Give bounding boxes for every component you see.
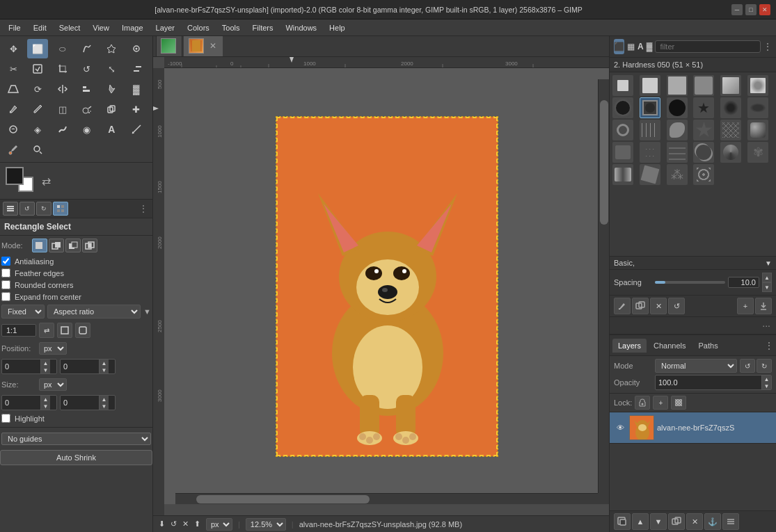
h-scroll-thumb[interactable] xyxy=(196,495,370,503)
close-button[interactable]: ✕ xyxy=(759,4,770,15)
brush-delete-btn[interactable]: ✕ xyxy=(650,298,667,314)
tool-fuzzy-select[interactable] xyxy=(101,39,122,58)
layer-new-btn[interactable] xyxy=(614,513,631,530)
menu-help[interactable]: Help xyxy=(324,22,351,33)
brush-export-btn[interactable] xyxy=(755,298,772,314)
brush-item-11[interactable] xyxy=(720,97,741,118)
menu-filters[interactable]: Filters xyxy=(247,22,279,33)
brush-item-2[interactable] xyxy=(640,75,660,96)
position-x-down-btn[interactable]: ▼ xyxy=(40,366,50,373)
tool-color-picker[interactable] xyxy=(3,140,24,159)
tab-close-icon[interactable]: ✕ xyxy=(209,42,216,50)
tool-blend[interactable]: ▓ xyxy=(126,79,147,99)
menu-windows[interactable]: Windows xyxy=(280,22,322,33)
tool-pencil[interactable] xyxy=(3,99,24,119)
mode-replace-btn[interactable] xyxy=(32,239,47,252)
expand-center-checkbox[interactable] xyxy=(1,292,10,301)
status-download-icon[interactable]: ⬇ xyxy=(159,519,165,529)
highlight-checkbox[interactable] xyxy=(1,414,10,423)
canvas-viewport[interactable] xyxy=(164,68,609,504)
tool-foreground-select[interactable] xyxy=(27,59,48,79)
tool-ellipse-select[interactable]: ⬭ xyxy=(52,39,73,58)
feather-edges-checkbox[interactable] xyxy=(1,268,10,277)
mode-intersect-btn[interactable] xyxy=(82,239,97,252)
brush-item-6[interactable] xyxy=(747,75,768,96)
brush-item-14[interactable] xyxy=(640,120,660,140)
position-y-down-btn[interactable]: ▼ xyxy=(99,366,109,373)
basic-dropdown-btn[interactable]: ▼ xyxy=(765,259,772,267)
menu-layer[interactable]: Layer xyxy=(150,22,181,33)
mode-add-btn[interactable] xyxy=(49,239,64,252)
spacing-down-btn[interactable]: ▼ xyxy=(762,282,772,292)
tool-convolve[interactable]: ◉ xyxy=(77,120,97,139)
panel-collapse-btn[interactable]: ··· xyxy=(761,319,772,332)
tool-align[interactable] xyxy=(77,79,97,99)
brush-item-25[interactable] xyxy=(612,164,633,185)
brush-item-12[interactable] xyxy=(747,97,768,118)
status-rotate-icon[interactable]: ↺ xyxy=(171,519,177,529)
tool-options-redo-icon[interactable]: ↻ xyxy=(36,202,52,216)
ratio-input[interactable] xyxy=(1,324,36,337)
tool-shear[interactable] xyxy=(126,59,147,79)
opacity-input[interactable] xyxy=(656,378,761,387)
menu-tools[interactable]: Tools xyxy=(216,22,246,33)
position-unit-select[interactable]: px % mm xyxy=(39,342,67,355)
ratio-reset-icon[interactable] xyxy=(57,323,72,338)
channels-tab[interactable]: Channels xyxy=(648,339,691,353)
brush-item-21[interactable] xyxy=(667,142,688,163)
status-unit-select[interactable]: px xyxy=(206,518,232,531)
layer-mode-prev-btn[interactable]: ↺ xyxy=(740,359,755,373)
canvas-tab-2[interactable]: ✕ xyxy=(184,36,223,56)
ratio-swap-icon[interactable]: ⇄ xyxy=(39,323,54,338)
aspect-ratio-select[interactable]: Aspect ratio Size xyxy=(47,305,141,319)
tool-bucket-fill[interactable] xyxy=(101,79,122,99)
status-delete-icon[interactable]: ✕ xyxy=(182,519,189,529)
position-y-input[interactable] xyxy=(61,362,99,371)
tool-flip[interactable] xyxy=(52,79,73,99)
layer-mode-select[interactable]: Normal Multiply Screen Overlay xyxy=(655,359,737,373)
brush-item-5[interactable] xyxy=(720,75,741,96)
spacing-value-input[interactable] xyxy=(728,277,759,288)
tool-rotate[interactable]: ↺ xyxy=(77,59,97,79)
brush-item-3[interactable] xyxy=(667,75,688,96)
brush-item-22[interactable] xyxy=(693,142,714,163)
opacity-down-btn[interactable]: ▼ xyxy=(761,382,771,389)
brush-item-4[interactable] xyxy=(693,75,714,96)
menu-image[interactable]: Image xyxy=(116,22,149,33)
tool-smudge[interactable] xyxy=(52,120,73,139)
h-scrollbar[interactable] xyxy=(175,493,609,504)
tool-scale[interactable]: ⤡ xyxy=(101,59,122,79)
layer-flatten-btn[interactable] xyxy=(722,513,739,530)
brush-filter-input[interactable] xyxy=(655,40,761,53)
size-w-down-btn[interactable]: ▼ xyxy=(40,403,50,410)
menu-colors[interactable]: Colors xyxy=(182,22,215,33)
brush-duplicate-btn[interactable] xyxy=(632,298,649,314)
layers-tab[interactable]: Layers xyxy=(612,339,647,353)
tool-free-select[interactable] xyxy=(77,39,97,58)
fonts-tab-icon[interactable]: A xyxy=(638,39,644,54)
layer-item-1[interactable]: 👁 alvan-nee-brFsZ7qszS xyxy=(610,412,776,444)
highlight-label[interactable]: Highlight xyxy=(15,414,45,423)
size-w-input[interactable] xyxy=(2,398,40,408)
brush-item-10[interactable]: ★ xyxy=(693,97,714,118)
brush-item-16[interactable] xyxy=(693,120,714,140)
guides-select[interactable]: No guides Center lines Rule of thirds xyxy=(1,433,151,445)
brush-panel-menu-btn[interactable]: ⋮ xyxy=(763,40,772,54)
maximize-button[interactable]: □ xyxy=(745,4,757,15)
brush-item-15[interactable] xyxy=(667,120,688,140)
layers-panel-menu-btn[interactable]: ⋮ xyxy=(765,341,773,350)
size-h-input[interactable] xyxy=(61,398,99,408)
tool-transform[interactable]: ⟳ xyxy=(27,79,48,99)
lock-paint-btn[interactable] xyxy=(635,396,650,410)
tool-select-color[interactable] xyxy=(126,39,147,58)
lock-move-btn[interactable]: + xyxy=(653,396,668,410)
rounded-corners-label[interactable]: Rounded corners xyxy=(15,281,73,289)
foreground-color[interactable] xyxy=(6,167,24,185)
spacing-slider[interactable] xyxy=(655,281,725,284)
layer-duplicate-btn[interactable] xyxy=(668,513,685,530)
status-zoom-select[interactable]: 12.5% 25% 50% 100% xyxy=(246,518,286,531)
tool-options-presets-icon[interactable] xyxy=(3,202,18,216)
tool-eraser[interactable]: ◫ xyxy=(52,99,73,119)
tool-zoom[interactable] xyxy=(27,140,48,159)
antialiasing-checkbox[interactable] xyxy=(1,257,10,266)
